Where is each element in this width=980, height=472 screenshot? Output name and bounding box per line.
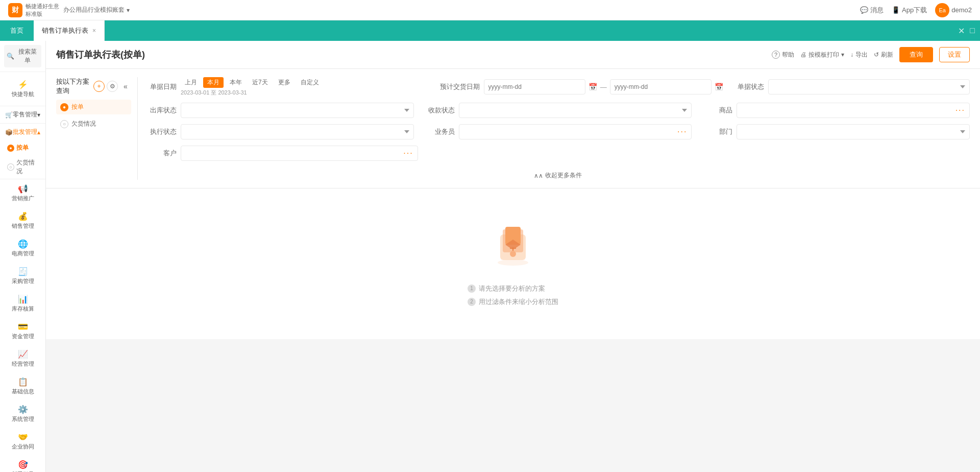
refresh-button[interactable]: ↺ 刷新 (874, 51, 893, 59)
sidebar-item-purchase[interactable]: 🧾 采购管理 (2, 263, 43, 289)
sales-icon: 💰 (18, 211, 28, 221)
top-bar: 财 畅捷通好生意 标准版 办公用品行业模拟账套 ▾ 💬 消息 📱 App下载 E… (0, 0, 980, 20)
business-icon: 📈 (18, 349, 28, 359)
quicknav-icon: ⚡ (18, 80, 28, 89)
sidebar-item-marketing[interactable]: 📢 营销推广 (2, 180, 43, 206)
search-icon: 🔍 (7, 53, 14, 60)
tab-close-icon[interactable]: × (92, 27, 96, 34)
tab-close-window-icon[interactable]: ✕ (958, 26, 965, 36)
filter-dept: 部门 (702, 124, 970, 139)
exec-status-label: 执行状态 (146, 127, 177, 136)
collapse-row: ∧∧ 收起更多条件 (146, 167, 970, 180)
sidebar-item-finance[interactable]: 💳 资金管理 (2, 318, 43, 344)
app-download-button[interactable]: 📱 App下载 (892, 6, 927, 15)
breadcrumb-arrow-icon[interactable]: ▾ (127, 7, 130, 14)
sidebar-item-system[interactable]: ⚙️ 系统管理 (2, 400, 43, 427)
sidebar-group-wholesale: 📦 批发管理 ▴ ● 按单 ○ 欠货情况 (0, 124, 45, 179)
date-quick-buttons: 上月 本月 本年 近7天 更多 自定义 (181, 77, 430, 88)
sidebar-item-quicknav[interactable]: ⚡ 快捷导航 (2, 76, 43, 102)
sidebar-item-ecommerce[interactable]: 🌐 电商管理 (2, 235, 43, 262)
tip-num-1: 1 (468, 285, 476, 293)
sidebar-item-business[interactable]: 📈 经营管理 (2, 345, 43, 372)
search-menu-button[interactable]: 🔍 搜索菜单 (4, 45, 41, 67)
collapse-more-button[interactable]: ∧∧ 收起更多条件 (534, 171, 582, 180)
basic-icon: 📋 (18, 377, 28, 387)
filter-plan-header: 按以下方案查询 + ⚙ « (56, 77, 131, 96)
query-button[interactable]: 查询 (899, 47, 933, 62)
customer-more-icon[interactable]: ··· (403, 149, 413, 158)
sidebar-group-retail: 🛒 零售管理 ▾ (0, 106, 45, 124)
sidebar-item-newbie[interactable]: 🎯 新手引导 (2, 456, 43, 472)
refresh-icon: ↺ (874, 51, 879, 58)
message-button[interactable]: 💬 消息 (860, 6, 884, 15)
logo-text: 畅捷通好生意 标准版 (26, 3, 59, 17)
tab-bar-actions: ✕ □ (953, 26, 980, 36)
filter-row-4: 客户 ··· (146, 146, 970, 161)
sidebar-item-inventory[interactable]: 📊 库存核算 (2, 290, 43, 317)
order-icon: ● (7, 145, 14, 152)
help-button[interactable]: ? 帮助 (772, 51, 794, 59)
date-btn-more[interactable]: 更多 (274, 77, 295, 88)
logo-area: 财 畅捷通好生意 标准版 (8, 3, 59, 17)
help-icon: ? (772, 51, 780, 59)
filter-goods: 商品 ··· (702, 103, 970, 118)
expected-date-label: 预计交货日期 (440, 82, 480, 91)
page-title: 销售订单执行表(按单) (56, 49, 145, 61)
stock-status-label: 出库状态 (146, 106, 177, 115)
print-arrow-icon: ▾ (841, 51, 844, 58)
sidebar-item-wholesale[interactable]: 📦 批发管理 ▴ (0, 124, 45, 140)
date-btn-7days[interactable]: 近7天 (248, 77, 272, 88)
date-btn-custom[interactable]: 自定义 (297, 77, 323, 88)
collapse-up-icon: ∧∧ (534, 172, 543, 179)
order-status-select[interactable] (768, 79, 970, 95)
system-icon: ⚙️ (18, 405, 28, 414)
plan-item-debt[interactable]: ○ 欠货情况 (56, 116, 131, 131)
calendar-start-icon: 📅 (589, 83, 597, 91)
sidebar-item-coop[interactable]: 🤝 企业协同 (2, 428, 43, 455)
svg-point-0 (498, 259, 528, 266)
tab-sales-order[interactable]: 销售订单执行表 × (34, 20, 105, 41)
newbie-icon: 🎯 (18, 460, 28, 469)
breadcrumb: 办公用品行业模拟账套 ▾ (63, 6, 130, 14)
expected-date-start[interactable] (484, 79, 585, 95)
sidebar-sub-item-debt[interactable]: ○ 欠货情况 (0, 155, 45, 179)
date-btn-this-month[interactable]: 本月 (203, 77, 224, 88)
user-area[interactable]: Ea demo2 (935, 3, 972, 17)
empty-illustration (487, 219, 538, 272)
dept-select[interactable] (737, 124, 970, 139)
collapse-plan-button[interactable]: « (120, 81, 131, 92)
content-area: 销售订单执行表(按单) ? 帮助 🖨 按模板打印 ▾ ↓ 导出 ↺ 刷新 (46, 41, 980, 472)
sidebar-item-basic[interactable]: 📋 基础信息 (2, 373, 43, 399)
filter-stock-status: 出库状态 (146, 103, 414, 118)
filter-order-date: 单据日期 上月 本月 本年 近7天 更多 自定义 20 (146, 77, 430, 97)
plan-inactive-icon: ○ (60, 120, 68, 128)
plan-item-order[interactable]: ● 按单 (56, 100, 131, 114)
filter-receipt-status: 收款状态 (424, 103, 692, 118)
receipt-status-select[interactable] (459, 103, 692, 118)
export-button[interactable]: ↓ 导出 (850, 51, 868, 59)
settings-plan-button[interactable]: ⚙ (107, 81, 118, 92)
tip-num-2: 2 (468, 298, 476, 306)
print-button[interactable]: 🖨 按模板打印 ▾ (800, 51, 844, 59)
filter-exec-status: 执行状态 (146, 124, 414, 139)
salesperson-more-icon[interactable]: ··· (677, 127, 687, 136)
tab-expand-icon[interactable]: □ (970, 26, 975, 35)
stock-status-select[interactable] (181, 103, 414, 118)
date-btn-this-year[interactable]: 本年 (226, 77, 246, 88)
tab-home[interactable]: 首页 (0, 20, 34, 41)
sidebar-nav: ⚡ 快捷导航 (0, 72, 45, 106)
add-plan-button[interactable]: + (93, 81, 105, 92)
date-range-text: 2023-03-01 至 2023-03-31 (181, 89, 430, 97)
sidebar-item-sales[interactable]: 💰 销售管理 (2, 207, 43, 234)
goods-label: 商品 (702, 106, 732, 115)
sidebar-item-retail[interactable]: 🛒 零售管理 ▾ (0, 106, 45, 123)
setting-button[interactable]: 设置 (939, 47, 970, 62)
receipt-status-label: 收款状态 (424, 106, 455, 115)
date-btn-last-month[interactable]: 上月 (181, 77, 201, 88)
main-layout: 🔍 搜索菜单 ⚡ 快捷导航 🛒 零售管理 ▾ 📦 批发管理 ▴ (0, 41, 980, 472)
exec-status-select[interactable] (181, 124, 414, 139)
sidebar-sub-item-order[interactable]: ● 按单 (0, 140, 45, 155)
goods-more-icon[interactable]: ··· (955, 106, 965, 115)
empty-state: 1 请先选择要分析的方案 2 用过滤条件来缩小分析范围 (46, 188, 980, 339)
expected-date-end[interactable] (610, 79, 712, 95)
